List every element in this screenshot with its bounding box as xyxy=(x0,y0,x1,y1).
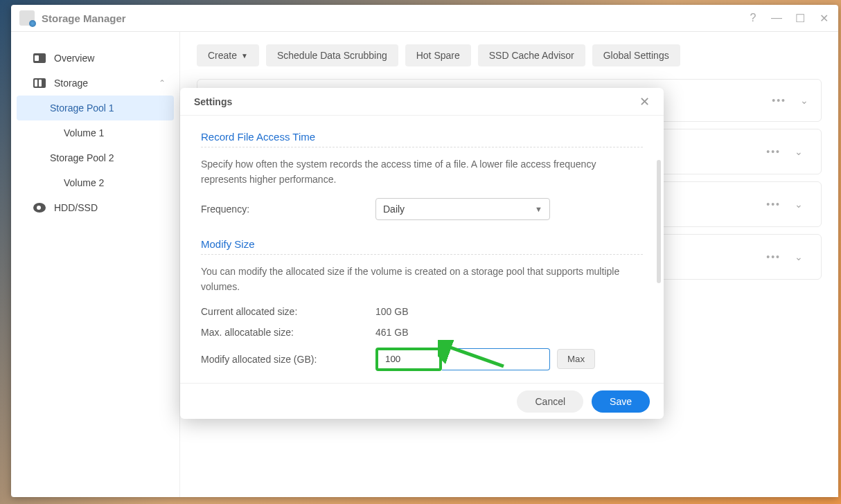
current-size-row: Current allocated size: 100 GB xyxy=(201,306,643,317)
save-button[interactable]: Save xyxy=(592,390,650,413)
current-size-value: 100 GB xyxy=(375,306,408,317)
input-extension[interactable] xyxy=(442,348,550,370)
sidebar-item-label: Volume 2 xyxy=(64,177,104,188)
max-size-row: Max. allocatable size: 461 GB xyxy=(201,327,643,338)
spare-button[interactable]: Hot Spare xyxy=(405,44,471,66)
modal-body: Record File Access Time Specify how ofte… xyxy=(180,116,664,383)
sidebar-item-storage[interactable]: Storage ⌃ xyxy=(11,71,179,96)
modal-close-icon[interactable]: ✕ xyxy=(639,94,650,109)
help-icon[interactable]: ? xyxy=(747,12,759,24)
storage-icon xyxy=(33,78,46,88)
settings-modal: Settings ✕ Record File Access Time Speci… xyxy=(180,88,664,419)
caret-down-icon: ▼ xyxy=(241,52,248,60)
sidebar-item-label: Storage xyxy=(54,78,150,89)
modify-size-label: Modify allocated size (GB): xyxy=(201,354,375,365)
frequency-row: Frequency: Daily ▼ xyxy=(201,198,643,220)
frequency-select[interactable]: Daily ▼ xyxy=(375,198,550,220)
sidebar-item-label: Volume 1 xyxy=(64,127,104,138)
chevron-down-icon[interactable]: ⌄ xyxy=(795,199,803,210)
frequency-value: Daily xyxy=(383,204,405,215)
global-button[interactable]: Global Settings xyxy=(592,44,680,66)
maximize-icon[interactable]: ☐ xyxy=(794,12,806,24)
chevron-up-icon: ⌃ xyxy=(159,78,166,88)
more-icon[interactable]: ••• xyxy=(772,95,786,106)
modal-footer: Cancel Save xyxy=(180,383,664,419)
sidebar-item-overview[interactable]: Overview xyxy=(11,46,179,71)
sidebar-item-pool1[interactable]: Storage Pool 1 xyxy=(17,96,174,120)
frequency-label: Frequency: xyxy=(201,204,375,215)
sidebar-item-pool2[interactable]: Storage Pool 2 xyxy=(11,145,179,170)
modal-header: Settings ✕ xyxy=(180,88,664,116)
close-icon[interactable]: ✕ xyxy=(817,12,830,24)
more-icon[interactable]: ••• xyxy=(766,251,781,262)
more-icon[interactable]: ••• xyxy=(766,146,781,157)
sidebar-item-label: HDD/SSD xyxy=(54,202,166,213)
section-text: You can modify the allocated size if the… xyxy=(201,264,643,294)
sidebar-item-label: Overview xyxy=(54,53,166,64)
app-icon xyxy=(19,10,35,26)
chevron-down-icon[interactable]: ⌄ xyxy=(795,251,803,262)
titlebar: Storage Manager ? — ☐ ✕ xyxy=(11,5,838,32)
ssd-button[interactable]: SSD Cache Advisor xyxy=(478,44,585,66)
highlight-annotation xyxy=(375,348,442,371)
sidebar-item-hdd[interactable]: HDD/SSD xyxy=(11,195,179,220)
sidebar-item-label: Storage Pool 2 xyxy=(50,152,114,163)
caret-down-icon: ▼ xyxy=(535,205,542,213)
app-title: Storage Manager xyxy=(42,12,747,24)
max-button[interactable]: Max xyxy=(557,349,595,369)
minimize-icon[interactable]: — xyxy=(770,12,783,24)
sidebar: Overview Storage ⌃ Storage Pool 1 Volume… xyxy=(11,32,180,497)
overview-icon xyxy=(33,53,46,63)
current-size-label: Current allocated size: xyxy=(201,306,375,317)
chevron-down-icon[interactable]: ⌄ xyxy=(795,146,803,157)
section-text: Specify how often the system records the… xyxy=(201,157,643,187)
create-button[interactable]: Create▼ xyxy=(197,44,259,66)
sidebar-item-vol2[interactable]: Volume 2 xyxy=(11,170,179,195)
modify-size-row: Modify allocated size (GB): Max xyxy=(201,348,643,371)
hdd-icon xyxy=(33,203,46,213)
window-controls: ? — ☐ ✕ xyxy=(747,12,830,24)
section-title-size: Modify Size xyxy=(201,238,643,255)
scrub-button[interactable]: Schedule Data Scrubbing xyxy=(266,44,398,66)
max-size-label: Max. allocatable size: xyxy=(201,327,375,338)
sidebar-item-vol1[interactable]: Volume 1 xyxy=(11,120,179,145)
max-size-value: 461 GB xyxy=(375,327,408,338)
scrollbar[interactable] xyxy=(657,160,661,283)
sidebar-item-label: Storage Pool 1 xyxy=(50,102,114,114)
more-icon[interactable]: ••• xyxy=(766,199,781,210)
cancel-button[interactable]: Cancel xyxy=(517,390,583,413)
section-title-access: Record File Access Time xyxy=(201,131,643,147)
modal-title: Settings xyxy=(194,96,639,107)
create-label: Create xyxy=(208,50,237,61)
chevron-down-icon[interactable]: ⌄ xyxy=(800,95,808,106)
toolbar: Create▼ Schedule Data Scrubbing Hot Spar… xyxy=(197,44,822,66)
modify-size-input[interactable] xyxy=(378,350,439,368)
